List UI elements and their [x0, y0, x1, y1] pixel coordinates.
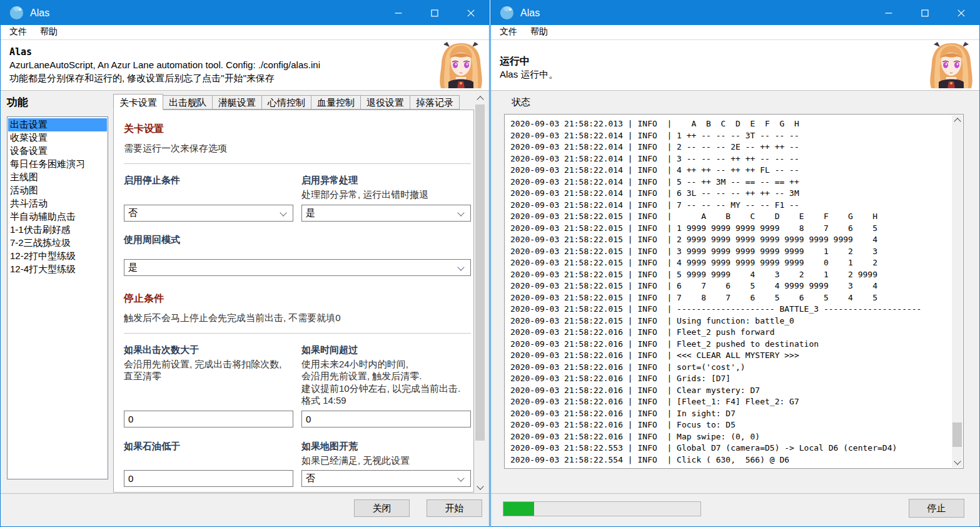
list-item[interactable]: 出击设置	[8, 118, 107, 131]
divider	[124, 333, 471, 334]
minimize-button[interactable]	[380, 1, 417, 25]
log-line: 2020-09-03 21:58:22.016 | INFO | Focus t…	[510, 419, 952, 431]
scroll-up-button[interactable]	[475, 93, 485, 104]
field-desc-if-count: 会沿用先前设置, 完成出击将扣除次数, 直至清零	[124, 358, 293, 382]
log-line: 2020-09-03 21:58:22.014 | INFO | 2 -- --…	[510, 141, 952, 153]
loop-mode-select[interactable]: 是	[124, 259, 471, 276]
log-line: 2020-09-03 21:58:22.016 | INFO | [Fleet_…	[510, 396, 952, 408]
divider	[124, 163, 471, 164]
stop-button[interactable]: 停止	[909, 499, 964, 518]
titlebar[interactable]: Alas	[1, 1, 489, 25]
log-line: 2020-09-03 21:58:22.015 | INFO | A B C D…	[510, 211, 952, 223]
log-line: 2020-09-03 21:58:22.014 | INFO | 5 -- ++…	[510, 177, 952, 188]
maximize-icon	[431, 9, 438, 17]
list-item[interactable]: 每日任务困难演习	[8, 158, 107, 171]
scrollbar-thumb[interactable]	[952, 422, 962, 447]
progress-fill	[503, 502, 534, 516]
tab[interactable]: 关卡设置	[113, 94, 163, 110]
app-subtitle: AzurLaneAutoScript, An Azur Lane automat…	[9, 58, 489, 71]
tab[interactable]: 心情控制	[262, 95, 311, 110]
log-output[interactable]: 2020-09-03 21:58:22.013 | INFO | A B C D…	[505, 115, 952, 468]
log-line: 2020-09-03 21:58:22.016 | INFO | Fleet_2…	[510, 327, 952, 339]
app-header: Alas AzurLaneAutoScript, An Azur Lane au…	[1, 40, 489, 91]
field-desc-if-time: 使用未来24小时内的时间, 会沿用先前设置, 触发后清零. 建议提前10分钟左右…	[301, 358, 471, 407]
sidebar-title: 功能	[7, 95, 28, 110]
minimize-button[interactable]	[871, 1, 907, 25]
list-item[interactable]: 1-1伏击刷好感	[8, 223, 107, 237]
tab[interactable]: 潜艇设置	[213, 95, 262, 110]
list-item[interactable]: 12-4打大型练级	[8, 263, 107, 276]
field-desc-if-map-clear: 如果已经满足, 无视此设置	[301, 454, 471, 467]
maximize-button[interactable]	[907, 1, 943, 25]
log-line: 2020-09-03 21:58:22.553 | INFO | Global …	[510, 443, 952, 454]
titlebar[interactable]: Alas	[491, 1, 979, 25]
menu-file[interactable]: 文件	[497, 25, 523, 39]
enable-exception-value: 是	[306, 207, 315, 219]
scroll-up-button[interactable]	[952, 115, 962, 126]
settings-tab-area: 关卡设置出击舰队潜艇设置心情控制血量控制退役设置掉落记录 关卡设置 需要运行一次…	[113, 93, 474, 493]
tab[interactable]: 退役设置	[361, 95, 410, 110]
log-line: 2020-09-03 21:58:22.016 | INFO | In sigh…	[510, 408, 952, 420]
enable-exception-select[interactable]: 是	[301, 205, 471, 222]
app-note: 功能都是分别保存和运行的, 修改设置后别忘了点击"开始"来保存	[9, 71, 489, 84]
field-label-enable-exception: 启用异常处理	[301, 174, 471, 187]
enable-stop-select[interactable]: 否	[124, 205, 293, 222]
menu-help[interactable]: 帮助	[38, 25, 63, 39]
menu-help[interactable]: 帮助	[528, 25, 553, 39]
list-item[interactable]: 活动图	[8, 184, 107, 197]
if-map-clear-select[interactable]: 否	[301, 470, 471, 487]
scrollbar-thumb[interactable]	[475, 105, 485, 441]
close-button[interactable]	[453, 1, 489, 25]
minimize-icon	[395, 9, 402, 17]
tab[interactable]: 血量控制	[311, 95, 361, 110]
log-scrollbar[interactable]	[952, 115, 962, 468]
chevron-down-icon	[457, 264, 464, 270]
log-line: 2020-09-03 21:58:22.016 | INFO | <<< CLE…	[510, 350, 952, 362]
if-map-clear-value: 否	[306, 473, 315, 484]
if-count-input[interactable]	[124, 411, 293, 427]
field-label-if-oil: 如果石油低于	[124, 440, 293, 453]
log-line: 2020-09-03 21:58:22.015 | INFO | 5 9999 …	[510, 269, 952, 281]
settings-scrollbar[interactable]	[475, 93, 485, 493]
list-item[interactable]: 共斗活动	[8, 197, 107, 210]
log-line: 2020-09-03 21:58:22.014 | INFO | 6 3L --…	[510, 188, 952, 200]
log-line: 2020-09-03 21:58:22.015 | INFO | 3 9999 …	[510, 246, 952, 258]
list-item[interactable]: 7-2三战拣垃圾	[8, 237, 107, 250]
if-oil-input[interactable]	[124, 470, 293, 487]
field-label-enable-stop: 启用停止条件	[124, 174, 293, 187]
caption-buttons	[380, 1, 489, 25]
tab[interactable]: 掉落记录	[410, 95, 460, 110]
scroll-down-button[interactable]	[475, 482, 485, 493]
log-line: 2020-09-03 21:58:22.015 | INFO | 2 9999 …	[510, 234, 952, 246]
bottom-bar: 停止	[491, 493, 979, 526]
maximize-button[interactable]	[417, 1, 453, 25]
log-line: 2020-09-03 21:58:22.014 | INFO | 4 ++ ++…	[510, 165, 952, 177]
start-button[interactable]: 开始	[427, 499, 482, 517]
field-label-if-count: 如果出击次数大于	[124, 344, 293, 356]
log-line: 2020-09-03 21:58:22.014 | INFO | 1 ++ --…	[510, 130, 952, 142]
form-row-oil-map: 如果石油低于 如果地图开荒 如果已经满足, 无视此设置 否	[124, 440, 471, 488]
log-line: 2020-09-03 21:58:22.015 | INFO | Using f…	[510, 315, 952, 327]
field-label-if-map-clear: 如果地图开荒	[301, 440, 471, 453]
list-item[interactable]: 12-2打中型练级	[8, 250, 107, 263]
tab[interactable]: 出击舰队	[163, 95, 213, 110]
list-item[interactable]: 主线图	[8, 171, 107, 184]
list-item[interactable]: 设备设置	[8, 145, 107, 158]
if-time-input[interactable]	[301, 411, 471, 427]
run-status-title: 运行中	[500, 54, 979, 68]
runner-main: 状态 2020-09-03 21:58:22.013 | INFO | A B …	[491, 91, 979, 493]
close-button[interactable]	[943, 1, 979, 25]
caption-buttons	[871, 1, 979, 25]
section-title-stop: 停止条件	[124, 292, 471, 305]
list-item[interactable]: 收菜设置	[8, 131, 107, 145]
menu-file[interactable]: 文件	[7, 25, 33, 39]
close-app-button[interactable]: 关闭	[354, 499, 410, 517]
log-box: 2020-09-03 21:58:22.013 | INFO | A B C D…	[504, 114, 964, 469]
status-label: 状态	[512, 96, 530, 108]
chevron-down-icon	[457, 209, 464, 216]
menu-bar: 文件 帮助	[1, 25, 489, 40]
run-status-subtitle: Alas 运行中。	[500, 68, 979, 81]
scroll-down-button[interactable]	[952, 457, 962, 468]
list-item[interactable]: 半自动辅助点击	[8, 210, 107, 223]
log-line: 2020-09-03 21:58:22.016 | INFO | sort=('…	[510, 362, 952, 374]
